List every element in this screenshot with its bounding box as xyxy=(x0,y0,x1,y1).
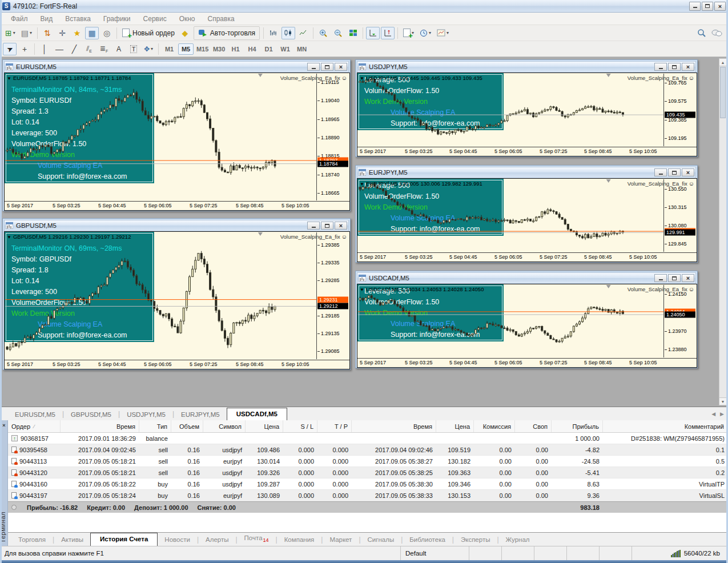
bar-chart-mode-button[interactable] xyxy=(267,27,280,39)
chart-plot[interactable] xyxy=(5,232,316,359)
time-axis[interactable]: 5 Sep 20175 Sep 03:255 Sep 04:455 Sep 06… xyxy=(357,358,697,367)
chart-tab-gbpusdfm5[interactable]: GBPUSDf,M5 xyxy=(64,409,118,420)
chart-tab-eurjpyfm5[interactable]: EURJPYf,M5 xyxy=(174,409,227,420)
symbol-dropdown-icon[interactable]: ▼ xyxy=(7,76,11,81)
timeframe-m15[interactable]: M15 xyxy=(195,43,210,55)
workspace-scrollbar[interactable]: ▲ ▼ xyxy=(719,58,727,405)
column-header-profit[interactable]: Прибыль xyxy=(552,420,603,432)
symbol-dropdown-icon[interactable]: ▼ xyxy=(360,182,364,187)
terminal-button[interactable]: ▦ xyxy=(85,27,99,39)
navigator-button[interactable]: ★ xyxy=(70,27,84,39)
vertical-line-button[interactable]: │ xyxy=(38,43,51,55)
chart-close-button[interactable]: × xyxy=(682,63,694,71)
data-window-button[interactable]: ✛ xyxy=(55,27,69,39)
column-header-time2[interactable]: Время xyxy=(352,420,436,432)
terminal-tab-алерты[interactable]: Алерты xyxy=(199,534,235,546)
chart-close-button[interactable]: × xyxy=(335,63,347,71)
terminal-tab-библиотека[interactable]: Библиотека xyxy=(403,534,452,546)
column-header-tp[interactable]: T / P xyxy=(317,420,352,432)
chart-maximize-button[interactable] xyxy=(321,222,333,230)
terminal-tab-журнал[interactable]: Журнал xyxy=(499,534,537,546)
market-watch-button[interactable]: ⇅ xyxy=(41,27,54,39)
chart-maximize-button[interactable] xyxy=(668,168,681,176)
minimize-button[interactable] xyxy=(689,2,701,11)
smiley-icon[interactable]: ☺ xyxy=(689,286,694,292)
chart-minimize-button[interactable] xyxy=(654,63,667,71)
close-button[interactable]: × xyxy=(714,2,726,11)
time-axis[interactable]: 5 Sep 20175 Sep 03:255 Sep 04:455 Sep 06… xyxy=(5,360,349,369)
table-row[interactable]: 904431132017.09.05 05:18:21sell0.16eurjp… xyxy=(8,456,728,467)
line-chart-mode-button[interactable] xyxy=(296,27,310,39)
chart-canvas[interactable]: Leverage: 500VolumeOrderFlow: 1.50Work D… xyxy=(357,73,697,156)
table-row[interactable]: 904431972017.09.05 05:18:24buy0.16eurjpy… xyxy=(8,490,728,501)
menu-item-7[interactable]: Справка xyxy=(202,14,241,24)
column-header-comment[interactable]: Комментарий xyxy=(603,420,728,432)
candle-chart-mode-button[interactable] xyxy=(281,27,295,39)
titlebar[interactable]: S 479102: FortFS-Real × xyxy=(0,0,728,13)
chart-minimize-button[interactable] xyxy=(307,222,320,230)
column-header-order[interactable]: Ордер∕ xyxy=(8,420,61,432)
timeframe-h1[interactable]: H1 xyxy=(228,43,243,55)
column-header-symbol[interactable]: Символ xyxy=(203,420,246,432)
indicators-button[interactable]: ▾ xyxy=(401,27,416,39)
fibonacci-button[interactable]: ≣F xyxy=(97,43,111,55)
column-header-price2[interactable]: Цена xyxy=(436,420,474,432)
smiley-icon[interactable]: ☺ xyxy=(341,234,347,240)
text-tool-button[interactable]: A xyxy=(112,43,126,55)
chart-titlebar[interactable]: EURUSDf,M5× xyxy=(4,61,349,73)
chart-minimize-button[interactable] xyxy=(307,63,320,71)
new-chart-button[interactable]: ⊞▾ xyxy=(3,27,18,39)
chart-close-button[interactable]: × xyxy=(335,222,347,230)
time-axis[interactable]: 5 Sep 20175 Sep 03:255 Sep 04:455 Sep 06… xyxy=(357,252,697,262)
chart-minimize-button[interactable] xyxy=(654,274,667,282)
column-header-type[interactable]: Тип xyxy=(139,420,171,432)
chart-canvas[interactable]: Leverage: 500VolumeOrderFlow: 1.50Work D… xyxy=(357,178,697,262)
chart-maximize-button[interactable] xyxy=(321,63,333,71)
smiley-icon[interactable]: ☺ xyxy=(689,180,694,187)
arrows-tool-button[interactable]: ✥▾ xyxy=(142,43,155,55)
cursor-tool-button[interactable]: ➤ xyxy=(3,43,17,55)
menu-item-5[interactable]: Сервис xyxy=(137,14,173,24)
timeframe-w1[interactable]: W1 xyxy=(277,43,293,55)
price-axis[interactable]: 130.550130.315130.080129.845130.006129.9… xyxy=(663,179,697,252)
chart-tab-usdjpyfm5[interactable]: USDJPYf,M5 xyxy=(120,409,172,420)
price-axis[interactable]: 109.765109.575109.385109.195109.435 xyxy=(663,74,697,146)
column-header-price[interactable]: Цена xyxy=(246,420,283,432)
chart-maximize-button[interactable] xyxy=(668,274,681,282)
chart-titlebar[interactable]: GBPUSDf,M5× xyxy=(4,220,349,231)
menu-item-6[interactable]: Окно xyxy=(173,14,202,24)
column-header-time[interactable]: Время xyxy=(61,420,139,432)
timeframe-h4[interactable]: H4 xyxy=(244,43,260,55)
terminal-tab-маркет[interactable]: Маркет xyxy=(323,534,359,546)
new-order-button[interactable]: Новый ордер xyxy=(120,27,177,39)
smiley-icon[interactable]: ☺ xyxy=(689,75,694,81)
price-axis[interactable]: 1.241501.239701.238801.240641.24050 xyxy=(663,285,697,357)
tile-windows-button[interactable] xyxy=(346,27,360,39)
crosshair-tool-button[interactable]: + xyxy=(18,43,31,55)
time-axis[interactable]: 5 Sep 20175 Sep 03:255 Sep 04:455 Sep 06… xyxy=(357,147,697,156)
table-row[interactable]: 903954582017.09.04 09:02:45sell0.16usdjp… xyxy=(8,444,728,456)
auto-trading-button[interactable]: Авто-торговля xyxy=(196,27,258,39)
terminal-tab-эксперты[interactable]: Эксперты xyxy=(454,534,497,546)
table-row[interactable]: ↑903681572017.09.01 18:36:29balance1 000… xyxy=(8,433,728,444)
price-axis[interactable]: 1.191151.190401.189651.188901.188151.187… xyxy=(316,74,349,200)
chart-close-button[interactable]: × xyxy=(682,274,694,282)
terminal-tab-почта[interactable]: Почта14 xyxy=(238,533,276,546)
timeframe-mn[interactable]: MN xyxy=(294,43,309,55)
terminal-tab-новости[interactable]: Новости xyxy=(158,534,197,546)
menu-item-3[interactable]: Вставка xyxy=(59,14,97,24)
chart-plot[interactable] xyxy=(358,285,663,357)
terminal-tab-компания[interactable]: Компания xyxy=(277,534,321,546)
smiley-icon[interactable]: ☺ xyxy=(341,75,347,81)
timeframe-m5[interactable]: M5 xyxy=(178,43,194,55)
maximize-button[interactable] xyxy=(702,2,713,11)
column-header-commission[interactable]: Комиссия xyxy=(474,420,515,432)
timeframe-m30[interactable]: M30 xyxy=(211,43,227,55)
chart-shift-button[interactable] xyxy=(381,27,395,39)
equidistant-channel-button[interactable]: ⫽E xyxy=(82,43,96,55)
templates-button[interactable]: ▾ xyxy=(435,27,451,39)
scrollbar-thumb[interactable] xyxy=(720,67,726,118)
chat-icon[interactable] xyxy=(711,29,722,37)
column-header-swap[interactable]: Своп xyxy=(515,420,552,432)
terminal-tab-торговля[interactable]: Торговля xyxy=(11,534,53,546)
